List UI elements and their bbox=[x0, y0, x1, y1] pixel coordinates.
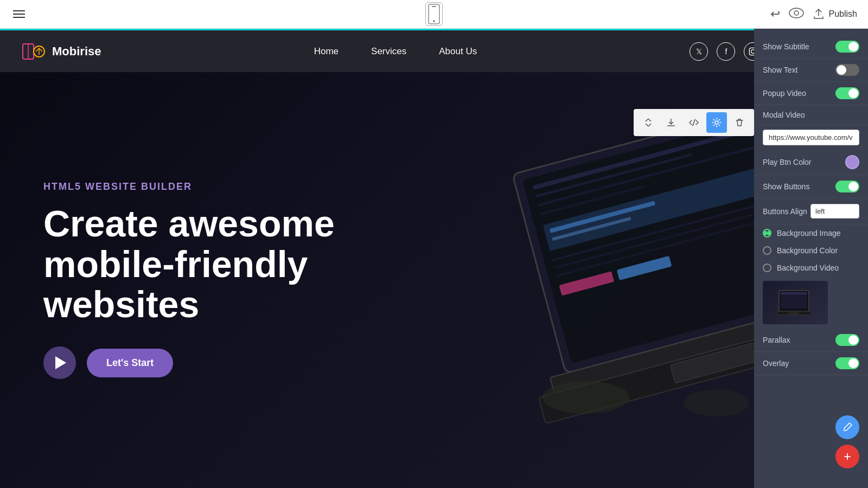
lets-start-button[interactable]: Let's Start bbox=[87, 349, 173, 377]
twitter-icon[interactable]: 𝕏 bbox=[690, 42, 708, 61]
parallax-toggle[interactable] bbox=[835, 334, 859, 346]
buttons-align-label: Buttons Align bbox=[763, 207, 810, 216]
popup-video-knob bbox=[848, 88, 858, 98]
show-subtitle-label: Show Subtitle bbox=[763, 42, 835, 51]
overlay-slider bbox=[835, 357, 859, 369]
show-text-knob bbox=[837, 65, 846, 75]
nav-about-link[interactable]: About Us bbox=[439, 46, 477, 57]
svg-rect-2 bbox=[432, 6, 436, 7]
parallax-knob bbox=[848, 335, 858, 345]
svg-point-27 bbox=[542, 381, 629, 414]
show-text-toggle[interactable] bbox=[835, 64, 859, 76]
svg-point-3 bbox=[789, 8, 803, 18]
play-btn-color-label: Play Btn Color bbox=[763, 158, 845, 166]
show-text-row: Show Text bbox=[754, 59, 868, 82]
svg-rect-31 bbox=[781, 292, 807, 309]
parallax-slider bbox=[835, 334, 859, 346]
download-section-button[interactable] bbox=[661, 112, 681, 133]
background-thumbnail[interactable] bbox=[763, 281, 828, 324]
section-toolbar bbox=[634, 109, 754, 136]
undo-button[interactable]: ↩ bbox=[770, 7, 780, 21]
download-icon bbox=[666, 118, 676, 127]
bg-video-radio[interactable] bbox=[763, 264, 771, 272]
buttons-align-row: Buttons Align left center right bbox=[754, 198, 868, 224]
hero-subtitle: HTML5 WEBSITE BUILDER bbox=[43, 181, 336, 192]
bg-video-row[interactable]: Background Video bbox=[754, 259, 868, 277]
modal-video-input-row bbox=[754, 125, 868, 150]
play-button[interactable] bbox=[43, 346, 76, 379]
reorder-icon bbox=[643, 118, 653, 127]
modal-video-input[interactable] bbox=[763, 130, 859, 145]
buttons-align-select[interactable]: left center right bbox=[810, 204, 859, 219]
modal-video-label: Modal Video bbox=[763, 111, 859, 119]
facebook-icon[interactable]: f bbox=[717, 42, 735, 61]
hero-title-line1: Create awesome bbox=[43, 203, 335, 244]
overlay-toggle[interactable] bbox=[835, 357, 859, 369]
bg-color-radio[interactable] bbox=[763, 246, 771, 255]
popup-video-toggle[interactable] bbox=[835, 87, 859, 99]
parallax-row: Parallax bbox=[754, 329, 868, 352]
hero-title: Create awesome mobile-friendly websites bbox=[43, 203, 336, 325]
show-buttons-toggle[interactable] bbox=[835, 181, 859, 192]
bg-video-label: Background Video bbox=[777, 264, 839, 272]
bg-image-row[interactable]: Background Image bbox=[754, 224, 868, 242]
parallax-label: Parallax bbox=[763, 336, 835, 344]
overlay-label: Overlay bbox=[763, 359, 835, 368]
nav-services-link[interactable]: Services bbox=[371, 46, 406, 57]
fab-edit-button[interactable] bbox=[835, 415, 859, 439]
site-nav: Mobirise Home Services About Us 𝕏 f Get … bbox=[0, 29, 868, 72]
toolbar-center bbox=[425, 2, 443, 26]
bg-image-label: Background Image bbox=[777, 229, 841, 237]
popup-video-label: Popup Video bbox=[763, 89, 835, 98]
settings-button[interactable] bbox=[706, 112, 727, 133]
trash-icon bbox=[735, 118, 744, 127]
svg-point-28 bbox=[684, 389, 749, 416]
show-text-label: Show Text bbox=[763, 66, 835, 74]
hero-buttons: Let's Start bbox=[43, 346, 336, 379]
top-toolbar: ↩ Publish bbox=[0, 0, 868, 29]
add-icon: + bbox=[844, 449, 851, 464]
upload-icon bbox=[813, 8, 825, 20]
modal-video-label-row: Modal Video bbox=[754, 105, 868, 125]
show-text-slider bbox=[835, 64, 859, 76]
svg-point-4 bbox=[794, 11, 799, 15]
svg-rect-34 bbox=[788, 312, 799, 314]
show-subtitle-knob bbox=[848, 42, 858, 52]
edit-icon bbox=[842, 422, 853, 433]
fab-add-button[interactable]: + bbox=[835, 445, 859, 468]
code-button[interactable] bbox=[684, 112, 704, 133]
phone-icon bbox=[428, 4, 440, 24]
main-area: Mobirise Home Services About Us 𝕏 f Get … bbox=[0, 29, 868, 488]
reorder-button[interactable] bbox=[638, 112, 659, 133]
hero-content: HTML5 WEBSITE BUILDER Create awesome mob… bbox=[0, 181, 380, 379]
nav-logo: Mobirise bbox=[22, 40, 101, 63]
preview-button[interactable] bbox=[789, 8, 804, 21]
nav-links: Home Services About Us bbox=[314, 46, 477, 57]
logo-icon bbox=[22, 40, 46, 63]
show-subtitle-row: Show Subtitle bbox=[754, 35, 868, 59]
toolbar-right: ↩ Publish bbox=[770, 7, 857, 21]
mobile-preview-button[interactable] bbox=[425, 2, 443, 26]
play-btn-color-swatch[interactable] bbox=[845, 155, 859, 169]
show-buttons-knob bbox=[848, 182, 858, 191]
background-thumbnail-row bbox=[754, 277, 868, 329]
svg-point-1 bbox=[433, 20, 435, 22]
show-subtitle-slider bbox=[835, 41, 859, 53]
delete-section-button[interactable] bbox=[729, 112, 750, 133]
eye-icon bbox=[789, 8, 804, 18]
publish-button[interactable]: Publish bbox=[813, 8, 857, 20]
preview-area: Mobirise Home Services About Us 𝕏 f Get … bbox=[0, 29, 868, 488]
code-icon bbox=[689, 118, 699, 127]
logo-text: Mobirise bbox=[52, 44, 101, 59]
hamburger-menu-button[interactable] bbox=[11, 8, 27, 20]
nav-home-link[interactable]: Home bbox=[314, 46, 339, 57]
bg-image-radio[interactable] bbox=[763, 229, 771, 237]
toolbar-left bbox=[11, 8, 27, 20]
bg-color-row[interactable]: Background Color bbox=[754, 242, 868, 259]
hero-title-line2: mobile-friendly websites bbox=[43, 243, 308, 325]
show-subtitle-toggle[interactable] bbox=[835, 41, 859, 53]
popup-video-row: Popup Video bbox=[754, 82, 868, 105]
svg-rect-32 bbox=[781, 292, 807, 294]
settings-icon bbox=[712, 118, 722, 127]
play-triangle-icon bbox=[55, 356, 66, 369]
